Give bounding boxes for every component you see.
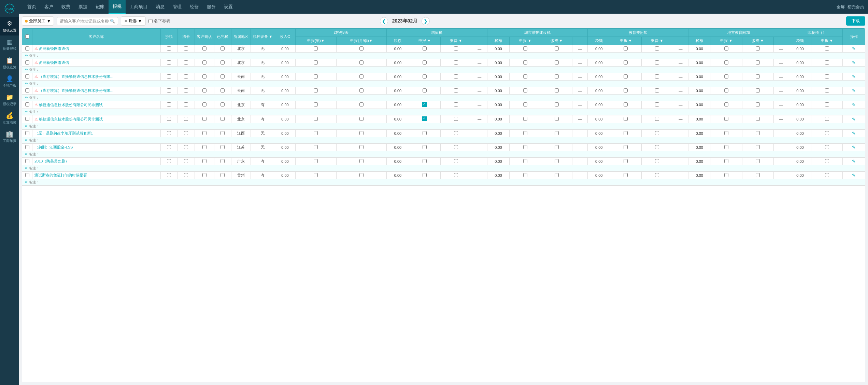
col-qingka-checkbox[interactable] <box>184 46 188 51</box>
yh-shenb-checkbox[interactable] <box>825 102 829 106</box>
col-confirm-checkbox[interactable] <box>202 102 207 106</box>
col-confirm-checkbox[interactable] <box>202 46 207 51</box>
col-chaoshui-checkbox[interactable] <box>167 60 171 65</box>
col-qingka-checkbox[interactable] <box>184 60 188 65</box>
col-paid-checkbox[interactable] <box>220 102 225 106</box>
zzs-checkbox[interactable] <box>423 74 427 79</box>
col-chaoshui-checkbox[interactable] <box>167 117 171 121</box>
col-jy-jiaof[interactable]: 缴费 ▼ <box>641 37 673 45</box>
col-paid-checkbox[interactable] <box>220 88 225 92</box>
caibao-checkbox[interactable] <box>314 131 318 135</box>
caibao-checkbox[interactable] <box>359 173 364 177</box>
col-paid-checkbox[interactable] <box>220 145 225 149</box>
filter-button[interactable]: ≡ 筛选 ▼ <box>121 16 146 26</box>
zzs-checkbox[interactable] <box>423 173 427 177</box>
col-confirm-checkbox[interactable] <box>202 88 207 92</box>
yh-shenb-checkbox[interactable] <box>825 145 829 149</box>
customer-name[interactable]: （库存核算）直播畅捷通信息技术股份有限... <box>39 74 113 79</box>
df-checkbox[interactable] <box>724 159 728 163</box>
cs-checkbox[interactable] <box>523 159 527 163</box>
caibao-checkbox[interactable] <box>359 159 364 163</box>
col-chaoshui-checkbox[interactable] <box>167 159 171 163</box>
df-checkbox[interactable] <box>724 102 728 106</box>
cs-checkbox[interactable] <box>555 60 559 65</box>
df-checkbox[interactable] <box>724 46 728 51</box>
df-checkbox[interactable] <box>756 131 760 135</box>
row-select-checkbox[interactable] <box>25 60 29 65</box>
cs-checkbox[interactable] <box>523 46 527 51</box>
tag-checkbox[interactable] <box>148 19 153 23</box>
edit-icon[interactable]: ✎ <box>852 159 856 164</box>
nav-message[interactable]: 消息 <box>152 0 169 14</box>
zzs-checkbox[interactable] <box>423 145 427 149</box>
jy-checkbox[interactable] <box>655 88 659 92</box>
caibao-checkbox[interactable] <box>314 102 318 106</box>
caibao-checkbox[interactable] <box>314 117 318 121</box>
nav-operation[interactable]: 经营 <box>186 0 203 14</box>
jy-checkbox[interactable] <box>624 117 628 121</box>
col-qingka-checkbox[interactable] <box>184 102 188 106</box>
yh-shenb-checkbox[interactable] <box>825 117 829 121</box>
caibao-checkbox[interactable] <box>359 60 364 65</box>
col-jy-shenb[interactable]: 申报 ▼ <box>610 37 642 45</box>
search-input[interactable] <box>60 19 109 24</box>
col-confirm-checkbox[interactable] <box>202 173 207 177</box>
sidebar-item-gongshang-nianbao[interactable]: 🏢 工商年报 <box>0 128 19 146</box>
sidebar-item-baoshui-shezhi[interactable]: ⚙ 报税设置 <box>0 17 19 35</box>
col-caibao-month[interactable]: 申报(月/季)▼ <box>337 37 387 45</box>
cs-checkbox[interactable] <box>555 46 559 51</box>
zzs-checkbox[interactable] <box>454 46 458 51</box>
jy-checkbox[interactable] <box>624 102 628 106</box>
customer-name[interactable]: 畅捷通信息技术股份有限公司民非测试 <box>39 117 103 121</box>
nav-bookkeeping[interactable]: 记账 <box>91 0 109 14</box>
zzs-checkbox[interactable] <box>454 102 458 106</box>
caibao-checkbox[interactable] <box>314 60 318 65</box>
yh-shenb-checkbox[interactable] <box>825 173 829 177</box>
cs-checkbox[interactable] <box>555 117 559 121</box>
jy-checkbox[interactable] <box>655 74 659 79</box>
yh-shenb-checkbox[interactable] <box>825 60 829 65</box>
cs-checkbox[interactable] <box>555 145 559 149</box>
zzs-checkbox[interactable] <box>423 60 427 65</box>
col-qingka-checkbox[interactable] <box>184 88 188 92</box>
zzs-checkbox[interactable] <box>454 173 458 177</box>
jy-checkbox[interactable] <box>655 117 659 121</box>
customer-name[interactable]: 2013（陶美另勿删） <box>34 159 69 163</box>
col-confirm-checkbox[interactable] <box>202 131 207 135</box>
yh-shenb-checkbox[interactable] <box>825 131 829 135</box>
col-paid-checkbox[interactable] <box>220 46 225 51</box>
df-checkbox[interactable] <box>756 159 760 163</box>
select-all-checkbox[interactable] <box>25 34 29 39</box>
zzs-checkbox[interactable] <box>423 88 427 92</box>
yh-shenb-checkbox[interactable] <box>825 88 829 92</box>
col-paid-checkbox[interactable] <box>220 74 225 79</box>
customer-name[interactable]: 勿删新锐网络通信 <box>39 46 69 51</box>
caibao-checkbox[interactable] <box>359 74 364 79</box>
col-paid-checkbox[interactable] <box>220 173 225 177</box>
nav-home[interactable]: 首页 <box>23 0 40 14</box>
df-checkbox[interactable] <box>724 88 728 92</box>
customer-search-box[interactable]: 🔍 <box>57 17 118 25</box>
jy-checkbox[interactable] <box>655 173 659 177</box>
col-qingka-checkbox[interactable] <box>184 159 188 163</box>
df-checkbox[interactable] <box>756 102 760 106</box>
nav-business[interactable]: 工商项目 <box>126 0 152 14</box>
caibao-checkbox[interactable] <box>359 88 364 92</box>
jy-checkbox[interactable] <box>624 60 628 65</box>
edit-icon[interactable]: ✎ <box>852 74 856 79</box>
col-cs-shenb[interactable]: 申报 ▼ <box>510 37 541 45</box>
caibao-checkbox[interactable] <box>314 159 318 163</box>
zzs-checkbox[interactable] <box>454 145 458 149</box>
df-checkbox[interactable] <box>756 74 760 79</box>
col-zzs-shenb[interactable]: 申报 ▼ <box>409 37 440 45</box>
caibao-checkbox[interactable] <box>359 145 364 149</box>
df-checkbox[interactable] <box>756 117 760 121</box>
col-zzs-jiaof[interactable]: 缴费 ▼ <box>440 37 472 45</box>
zzs-checkbox[interactable] <box>423 159 427 163</box>
col-paid-checkbox[interactable] <box>220 159 225 163</box>
col-chaoshui-checkbox[interactable] <box>167 46 171 51</box>
caibao-checkbox[interactable] <box>359 131 364 135</box>
yh-shenb-checkbox[interactable] <box>825 74 829 79</box>
yh-shenb-checkbox[interactable] <box>825 46 829 51</box>
col-df-jiaof[interactable]: 缴费 ▼ <box>742 37 773 45</box>
